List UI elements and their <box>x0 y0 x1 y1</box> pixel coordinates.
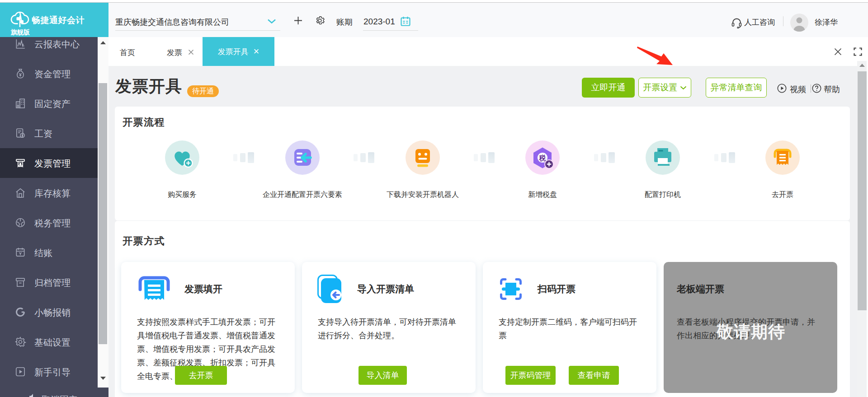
svg-text:税: 税 <box>539 154 546 162</box>
